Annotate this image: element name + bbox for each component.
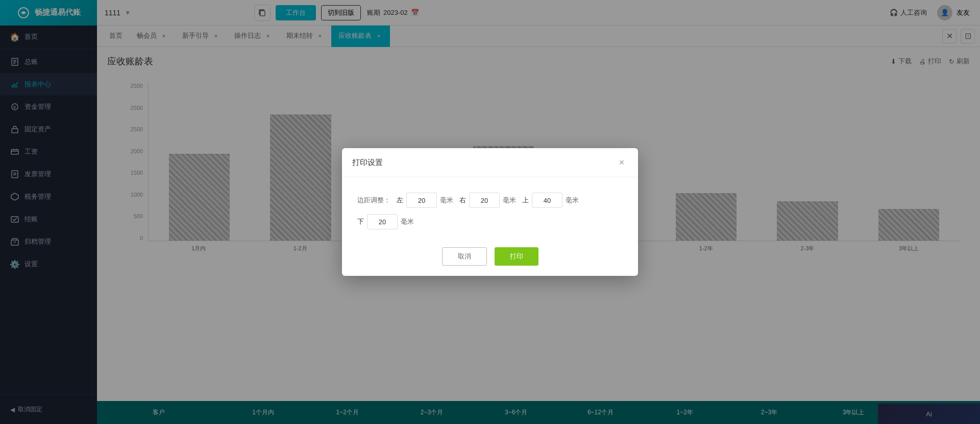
bottom-margin-input[interactable] (367, 214, 398, 229)
print-confirm-button[interactable]: 打印 (495, 247, 538, 266)
cancel-button[interactable]: 取消 (442, 247, 487, 266)
dialog-header: 打印设置 × (342, 148, 638, 177)
right-margin-group: 右 毫米 (459, 193, 516, 208)
margin-row: 边距调整： 左 毫米 右 毫米 上 毫米 下 (357, 193, 623, 229)
ai-bar[interactable]: Ai (878, 404, 980, 424)
left-margin-group: 左 毫米 (397, 193, 453, 208)
dialog-title: 打印设置 (352, 158, 383, 168)
left-margin-input[interactable] (406, 193, 437, 208)
dialog-footer: 取消 打印 (342, 240, 638, 276)
right-label: 右 (459, 196, 466, 205)
right-margin-input[interactable] (469, 193, 500, 208)
top-label: 上 (522, 196, 529, 205)
left-unit: 毫米 (440, 196, 453, 205)
bottom-margin-group: 下 毫米 (357, 214, 414, 229)
top-margin-group: 上 毫米 (522, 193, 579, 208)
bottom-unit: 毫米 (401, 217, 414, 226)
left-label: 左 (397, 196, 403, 205)
dialog-body: 边距调整： 左 毫米 右 毫米 上 毫米 下 (342, 177, 638, 240)
bottom-label: 下 (357, 217, 364, 226)
dialog-close-button[interactable]: × (616, 156, 628, 169)
top-unit: 毫米 (566, 196, 579, 205)
right-unit: 毫米 (503, 196, 516, 205)
margin-label: 边距调整： (357, 196, 390, 205)
top-margin-input[interactable] (532, 193, 562, 208)
print-settings-dialog: 打印设置 × 边距调整： 左 毫米 右 毫米 上 毫米 (342, 148, 638, 276)
ai-label: Ai (926, 410, 932, 418)
dialog-overlay[interactable]: 打印设置 × 边距调整： 左 毫米 右 毫米 上 毫米 (0, 0, 980, 424)
